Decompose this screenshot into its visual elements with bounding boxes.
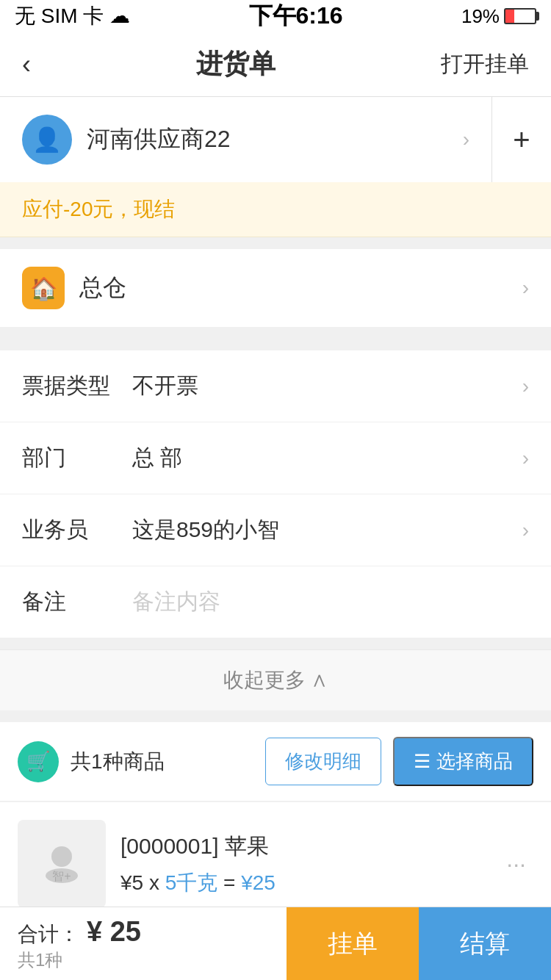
status-battery-area: 19% — [461, 5, 536, 28]
chevron-right-icon: › — [522, 276, 529, 300]
total-label: 合计： — [18, 920, 79, 948]
chevron-right-icon: › — [522, 519, 529, 542]
total-amount: ¥ 25 — [87, 916, 141, 948]
hangsign-button[interactable]: 挂单 — [287, 907, 419, 980]
remark-label: 备注 — [22, 587, 110, 617]
form-section: 票据类型 不开票 › 部门 总 部 › 业务员 这是859的小智 › 备注 备注… — [0, 350, 551, 638]
add-supplier-button[interactable]: + — [492, 97, 551, 182]
modify-detail-button[interactable]: 修改明细 — [265, 738, 381, 785]
home-icon: 🏠 — [30, 275, 57, 301]
total-sub: 共1种 — [18, 948, 269, 972]
warehouse-selector[interactable]: 🏠 总仓 › — [0, 249, 551, 327]
dept-label: 部门 — [22, 443, 110, 473]
bottom-bar: 合计： ¥ 25 共1种 挂单 结算 — [0, 907, 551, 980]
product-title: 苹果 — [225, 834, 269, 858]
cart-icon: 🛒 — [26, 750, 50, 773]
products-count: 共1种商品 — [71, 748, 265, 776]
separator — [0, 237, 551, 249]
status-time: 下午6:16 — [249, 0, 343, 32]
invoice-type-row[interactable]: 票据类型 不开票 › — [0, 350, 551, 422]
remark-row[interactable]: 备注 备注内容 — [0, 566, 551, 638]
chevron-right-icon: › — [463, 128, 469, 151]
warehouse-name: 总仓 — [79, 272, 522, 304]
status-bar: 无 SIM 卡 ☁ 下午6:16 19% — [0, 0, 551, 32]
page-title: 进货单 — [196, 46, 276, 82]
supplier-section: 👤 河南供应商22 › + — [0, 97, 551, 182]
product-thumbnail: 智+ — [18, 820, 106, 908]
collapse-button[interactable]: 收起更多 ∧ — [0, 649, 551, 710]
price-equals: = — [223, 871, 241, 894]
total-row: 合计： ¥ 25 — [18, 916, 269, 948]
products-header: 🛒 共1种商品 修改明细 ☰ 选择商品 — [0, 722, 551, 801]
select-product-icon: ☰ — [414, 750, 431, 773]
open-hangsign-button[interactable]: 打开挂单 — [441, 49, 529, 79]
product-info: [0000001] 苹果 ¥5 x 5千克 = ¥25 — [120, 832, 499, 897]
price-total: ¥25 — [241, 871, 276, 894]
select-product-label: 选择商品 — [436, 749, 513, 774]
supplier-selector[interactable]: 👤 河南供应商22 › — [0, 97, 492, 182]
battery-icon — [504, 8, 536, 24]
chevron-right-icon: › — [522, 447, 529, 470]
avatar-icon: 👤 — [32, 126, 62, 154]
product-more-button[interactable]: ··· — [499, 843, 533, 885]
product-thumb-icon: 智+ — [40, 842, 84, 886]
main-content: 👤 河南供应商22 › + 应付-20元，现结 🏠 总仓 › 票据类型 不开票 … — [0, 97, 551, 980]
chevron-right-icon: › — [522, 375, 529, 398]
product-price: ¥5 x 5千克 = ¥25 — [120, 869, 499, 897]
checkout-button[interactable]: 结算 — [419, 907, 551, 980]
price-separator: x — [149, 871, 165, 894]
back-button[interactable]: ‹ — [22, 49, 31, 80]
select-product-button[interactable]: ☰ 选择商品 — [393, 737, 533, 786]
svg-point-0 — [51, 846, 72, 867]
salesman-row[interactable]: 业务员 这是859的小智 › — [0, 494, 551, 566]
salesman-label: 业务员 — [22, 515, 110, 545]
supplier-avatar: 👤 — [22, 115, 72, 165]
notice-bar: 应付-20元，现结 — [0, 182, 551, 237]
dept-row[interactable]: 部门 总 部 › — [0, 422, 551, 494]
price-base: ¥5 — [120, 871, 143, 894]
product-name: [0000001] 苹果 — [120, 832, 499, 862]
battery-percent: 19% — [461, 5, 500, 28]
products-icon: 🛒 — [18, 741, 59, 782]
invoice-label: 票据类型 — [22, 371, 110, 401]
salesman-value: 这是859的小智 — [110, 515, 522, 545]
nav-bar: ‹ 进货单 打开挂单 — [0, 32, 551, 97]
total-section: 合计： ¥ 25 共1种 — [0, 907, 287, 980]
warehouse-section: 🏠 总仓 › — [0, 249, 551, 327]
product-code: [0000001] — [120, 834, 218, 858]
warehouse-icon: 🏠 — [22, 267, 65, 309]
svg-text:智+: 智+ — [52, 870, 71, 882]
price-quantity: 5千克 — [165, 871, 218, 894]
invoice-value: 不开票 — [110, 371, 522, 401]
supplier-name: 河南供应商22 — [87, 123, 463, 156]
remark-input[interactable]: 备注内容 — [110, 587, 529, 617]
status-signal: 无 SIM 卡 ☁ — [15, 2, 130, 30]
separator2 — [0, 339, 551, 350]
dept-value: 总 部 — [110, 443, 522, 473]
